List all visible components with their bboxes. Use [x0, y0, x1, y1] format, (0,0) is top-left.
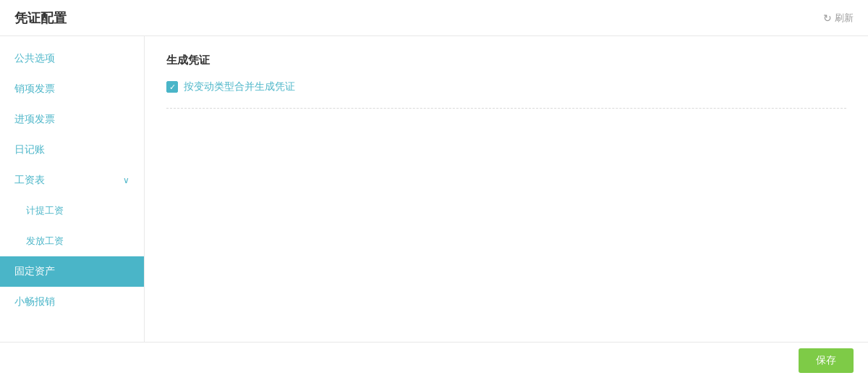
- refresh-icon: ↻: [823, 12, 832, 24]
- sidebar-item-purchase-invoice[interactable]: 进项发票: [0, 104, 144, 135]
- section-title: 生成凭证: [166, 54, 846, 67]
- sidebar-item-label: 小畅报销: [14, 295, 55, 308]
- sidebar-item-label: 进项发票: [14, 113, 55, 126]
- checkbox-label[interactable]: 按变动类型合并生成凭证: [184, 80, 295, 93]
- sidebar-item-label: 发放工资: [26, 235, 64, 248]
- sidebar-item-fixed-assets[interactable]: 固定资产: [0, 256, 144, 287]
- checkbox-row: ✓ 按变动类型合并生成凭证: [166, 80, 846, 93]
- sidebar-item-label: 公共选项: [14, 52, 55, 65]
- refresh-label: 刷新: [835, 12, 854, 25]
- refresh-button[interactable]: ↻ 刷新: [823, 12, 854, 25]
- sidebar-item-petty-expense[interactable]: 小畅报销: [0, 287, 144, 317]
- sidebar-item-pay-salary[interactable]: 发放工资: [0, 226, 144, 256]
- content-area: 生成凭证 ✓ 按变动类型合并生成凭证: [145, 36, 868, 342]
- sidebar-item-label: 固定资产: [14, 265, 55, 278]
- sidebar-item-label: 日记账: [14, 143, 45, 156]
- sidebar-item-sales-invoice[interactable]: 销项发票: [0, 74, 144, 104]
- sidebar-item-payroll-table[interactable]: 工资表 ∨: [0, 165, 144, 196]
- page-title: 凭证配置: [14, 9, 67, 27]
- page-footer: 保存: [0, 342, 868, 378]
- main-layout: 公共选项 销项发票 进项发票 日记账 工资表 ∨ 计提工资 发放工资 固定资: [0, 36, 868, 342]
- sidebar: 公共选项 销项发票 进项发票 日记账 工资表 ∨ 计提工资 发放工资 固定资: [0, 36, 145, 342]
- sidebar-item-journal[interactable]: 日记账: [0, 135, 144, 165]
- sidebar-item-label: 工资表: [14, 174, 45, 187]
- page-wrapper: 凭证配置 ↻ 刷新 公共选项 销项发票 进项发票 日记账 工资表 ∨: [0, 0, 868, 378]
- section-divider: [166, 108, 846, 109]
- merge-by-type-checkbox[interactable]: ✓: [166, 81, 178, 93]
- sidebar-item-calc-salary[interactable]: 计提工资: [0, 196, 144, 226]
- sidebar-item-label: 销项发票: [14, 83, 55, 96]
- chevron-down-icon: ∨: [123, 175, 129, 185]
- sidebar-item-public-options[interactable]: 公共选项: [0, 43, 144, 74]
- checkmark-icon: ✓: [169, 83, 176, 91]
- page-header: 凭证配置 ↻ 刷新: [0, 0, 868, 36]
- sidebar-item-label: 计提工资: [26, 204, 64, 217]
- save-button[interactable]: 保存: [799, 348, 854, 373]
